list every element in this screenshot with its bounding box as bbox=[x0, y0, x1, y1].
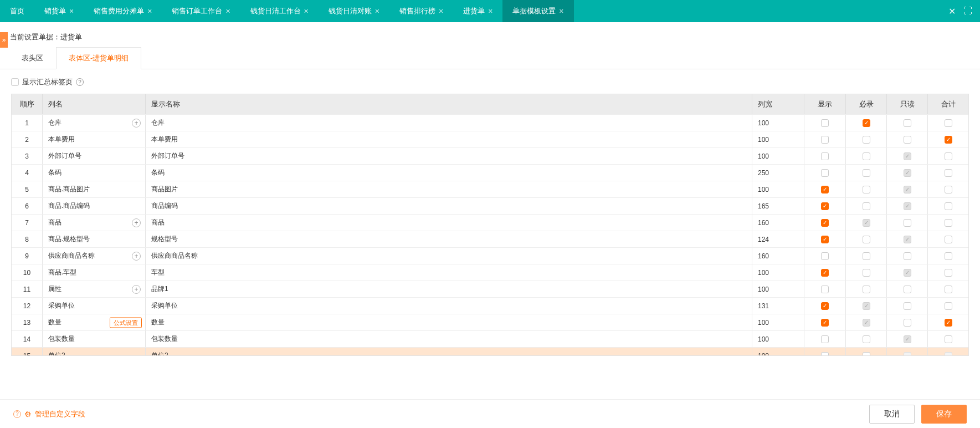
top-tab-1[interactable]: 销货单× bbox=[34, 0, 84, 22]
checkbox[interactable] bbox=[821, 252, 829, 260]
cell-display-name[interactable]: 条码 bbox=[146, 165, 752, 181]
checkbox[interactable] bbox=[821, 286, 829, 293]
checkbox[interactable] bbox=[863, 335, 870, 343]
checkbox[interactable] bbox=[863, 136, 870, 144]
checkbox[interactable] bbox=[821, 352, 829, 356]
cell-width[interactable]: 165 bbox=[752, 198, 804, 214]
cell-display-name[interactable]: 规格型号 bbox=[146, 231, 752, 247]
add-icon[interactable]: + bbox=[132, 119, 141, 128]
checkbox[interactable] bbox=[863, 186, 870, 193]
checkbox[interactable] bbox=[821, 219, 829, 227]
top-tab-3[interactable]: 销售订单工作台× bbox=[162, 0, 240, 22]
checkbox[interactable] bbox=[945, 119, 952, 127]
cell-display-name[interactable]: 采购单位 bbox=[146, 298, 752, 314]
cell-width[interactable]: 131 bbox=[752, 298, 804, 314]
help-icon[interactable]: ? bbox=[76, 78, 84, 86]
formula-setting-button[interactable]: 公式设置 bbox=[110, 317, 142, 328]
table-row[interactable]: 10商品.车型车型100 bbox=[12, 264, 968, 281]
checkbox[interactable] bbox=[863, 236, 870, 243]
fullscreen-icon[interactable]: ⛶ bbox=[963, 6, 972, 16]
cell-width[interactable]: 100 bbox=[752, 314, 804, 330]
close-icon[interactable]: × bbox=[304, 7, 309, 16]
checkbox[interactable] bbox=[863, 119, 870, 127]
close-icon[interactable]: × bbox=[225, 7, 230, 16]
sidebar-expand-handle[interactable]: » bbox=[0, 32, 8, 48]
checkbox[interactable] bbox=[945, 302, 952, 310]
checkbox[interactable] bbox=[821, 186, 829, 193]
checkbox[interactable] bbox=[945, 186, 952, 193]
cell-display-name[interactable]: 商品编码 bbox=[146, 198, 752, 214]
top-tab-7[interactable]: 进货单× bbox=[453, 0, 502, 22]
table-row[interactable]: 1仓库+仓库100 bbox=[12, 114, 968, 131]
checkbox[interactable] bbox=[904, 252, 911, 260]
top-tab-8[interactable]: 单据模板设置× bbox=[502, 0, 573, 22]
close-icon[interactable]: × bbox=[375, 7, 379, 16]
cell-width[interactable]: 100 bbox=[752, 348, 804, 355]
cell-width[interactable]: 100 bbox=[752, 115, 804, 131]
cell-width[interactable]: 100 bbox=[752, 264, 804, 281]
checkbox[interactable] bbox=[945, 252, 952, 260]
checkbox[interactable] bbox=[945, 335, 952, 343]
top-tab-4[interactable]: 钱货日清工作台× bbox=[240, 0, 319, 22]
top-tab-2[interactable]: 销售费用分摊单× bbox=[84, 0, 162, 22]
cell-display-name[interactable]: 包装数量 bbox=[146, 331, 752, 347]
checkbox[interactable] bbox=[945, 319, 952, 327]
checkbox[interactable] bbox=[821, 119, 829, 127]
table-row[interactable]: 6商品.商品编码商品编码165 bbox=[12, 197, 968, 214]
cell-display-name[interactable]: 仓库 bbox=[146, 115, 752, 131]
checkbox[interactable] bbox=[904, 119, 911, 127]
table-row[interactable]: 13数量公式设置数量100 bbox=[12, 314, 968, 330]
checkbox[interactable] bbox=[821, 269, 829, 277]
cell-width[interactable]: 100 bbox=[752, 281, 804, 297]
checkbox[interactable] bbox=[863, 169, 870, 177]
checkbox[interactable] bbox=[863, 352, 870, 356]
close-icon[interactable]: × bbox=[69, 7, 74, 16]
close-all-icon[interactable]: ✕ bbox=[948, 6, 956, 17]
close-icon[interactable]: × bbox=[559, 7, 563, 16]
cell-display-name[interactable]: 车型 bbox=[146, 264, 752, 281]
checkbox[interactable] bbox=[904, 319, 911, 327]
cell-display-name[interactable]: 商品 bbox=[146, 215, 752, 231]
checkbox[interactable] bbox=[945, 202, 952, 210]
checkbox[interactable] bbox=[904, 302, 911, 310]
cell-display-name[interactable]: 商品图片 bbox=[146, 181, 752, 197]
cell-display-name[interactable]: 单位2 bbox=[146, 348, 752, 355]
checkbox[interactable] bbox=[821, 236, 829, 243]
checkbox[interactable] bbox=[945, 236, 952, 243]
checkbox[interactable] bbox=[821, 169, 829, 177]
checkbox[interactable] bbox=[821, 302, 829, 310]
table-row[interactable]: 14包装数量包装数量100 bbox=[12, 330, 968, 347]
show-summary-checkbox[interactable] bbox=[11, 78, 19, 86]
table-row[interactable]: 2本单费用本单费用100 bbox=[12, 131, 968, 147]
table-row[interactable]: 7商品+商品160 bbox=[12, 214, 968, 231]
add-icon[interactable]: + bbox=[132, 218, 141, 227]
cell-display-name[interactable]: 本单费用 bbox=[146, 131, 752, 147]
cell-width[interactable]: 160 bbox=[752, 215, 804, 231]
cell-display-name[interactable]: 供应商商品名称 bbox=[146, 248, 752, 264]
sub-tab-0[interactable]: 表头区 bbox=[9, 47, 56, 69]
top-tab-6[interactable]: 销售排行榜× bbox=[389, 0, 453, 22]
sub-tab-1[interactable]: 表体区-进货单明细 bbox=[56, 47, 141, 69]
table-row[interactable]: 15单位2单位2100 bbox=[12, 347, 968, 355]
table-row[interactable]: 11属性+品牌1100 bbox=[12, 281, 968, 297]
table-row[interactable]: 9供应商商品名称+供应商商品名称160 bbox=[12, 247, 968, 264]
checkbox[interactable] bbox=[945, 136, 952, 144]
checkbox[interactable] bbox=[863, 202, 870, 210]
cell-width[interactable]: 100 bbox=[752, 331, 804, 347]
checkbox[interactable] bbox=[863, 269, 870, 277]
cell-display-name[interactable]: 外部订单号 bbox=[146, 148, 752, 164]
table-row[interactable]: 5商品.商品图片商品图片100 bbox=[12, 181, 968, 197]
checkbox[interactable] bbox=[821, 136, 829, 144]
table-row[interactable]: 8商品.规格型号规格型号124 bbox=[12, 231, 968, 247]
checkbox[interactable] bbox=[945, 152, 952, 160]
checkbox[interactable] bbox=[863, 252, 870, 260]
add-icon[interactable]: + bbox=[132, 252, 141, 261]
close-icon[interactable]: × bbox=[147, 7, 152, 16]
cell-width[interactable]: 100 bbox=[752, 131, 804, 147]
close-icon[interactable]: × bbox=[439, 7, 443, 16]
cell-width[interactable]: 124 bbox=[752, 231, 804, 247]
checkbox[interactable] bbox=[821, 319, 829, 327]
top-tab-0[interactable]: 首页 bbox=[0, 0, 34, 22]
cell-display-name[interactable]: 数量 bbox=[146, 314, 752, 330]
checkbox[interactable] bbox=[904, 136, 911, 144]
